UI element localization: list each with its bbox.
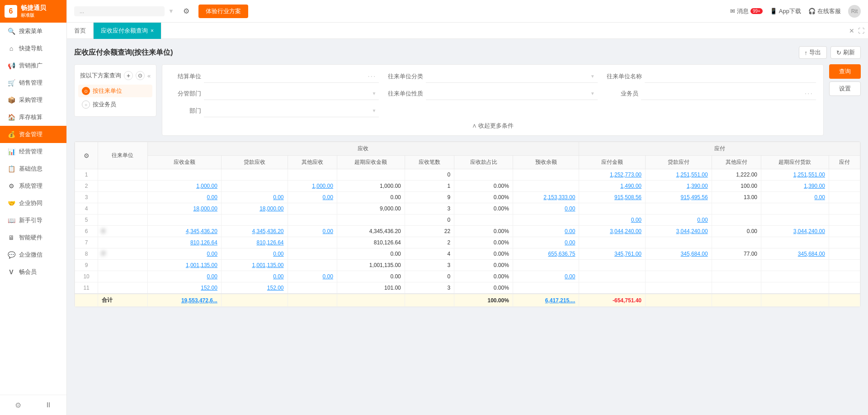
filter-nav-item-salesperson[interactable]: ○ 按业务员 xyxy=(78,98,152,111)
table-cell[interactable] xyxy=(147,169,221,181)
table-cell[interactable] xyxy=(288,260,337,271)
app-download-button[interactable]: 📱 App下载 xyxy=(770,7,801,15)
table-cell[interactable] xyxy=(147,215,221,226)
table-cell[interactable] xyxy=(513,169,579,181)
table-cell[interactable] xyxy=(513,215,579,226)
refresh-button[interactable]: ↻ 刷新 xyxy=(830,46,861,59)
table-cell[interactable] xyxy=(579,203,646,215)
more-conditions-button[interactable]: ∧ 收起更多条件 xyxy=(170,122,816,130)
table-cell[interactable] xyxy=(646,237,712,248)
sidebar-item-inventory[interactable]: 🏠 库存核算 xyxy=(0,109,66,126)
table-cell[interactable]: 0.00 xyxy=(513,203,579,215)
table-cell[interactable] xyxy=(513,282,579,294)
table-cell[interactable]: 1,252,773.00 xyxy=(579,169,646,181)
table-cell[interactable]: 0.00 xyxy=(288,226,337,237)
table-cell[interactable] xyxy=(646,271,712,282)
table-cell[interactable]: 2,153,333.00 xyxy=(513,192,579,203)
table-cell[interactable] xyxy=(579,282,646,294)
table-cell[interactable] xyxy=(579,271,646,282)
table-cell[interactable] xyxy=(646,260,712,271)
table-cell[interactable] xyxy=(761,260,829,271)
table-cell[interactable] xyxy=(288,215,337,226)
table-cell[interactable]: 0.00 xyxy=(761,192,829,203)
table-cell[interactable]: 3,044,240.00 xyxy=(646,226,712,237)
sidebar-item-collaboration[interactable]: 🤝 企业协同 xyxy=(0,195,66,212)
tab-close-all-icon[interactable]: ✕ xyxy=(849,27,854,34)
table-cell[interactable]: 915,495.56 xyxy=(646,192,712,203)
sidebar-item-purchase[interactable]: 📦 采购管理 xyxy=(0,91,66,109)
field-partner-name-input[interactable] xyxy=(645,70,816,83)
table-cell[interactable]: 18,000.00 xyxy=(221,203,288,215)
settings-bottom-btn[interactable]: ⚙ xyxy=(4,399,33,411)
table-cell[interactable] xyxy=(513,181,579,192)
sidebar-item-hardware[interactable]: 🖥 智能硬件 xyxy=(0,229,66,246)
table-cell[interactable]: 1,001,135.00 xyxy=(147,260,221,271)
table-cell[interactable]: 810,126.64 xyxy=(221,237,288,248)
table-cell[interactable] xyxy=(646,203,712,215)
url-bar[interactable]: ... xyxy=(74,6,165,16)
table-cell[interactable] xyxy=(761,271,829,282)
settings-button[interactable]: 设置 xyxy=(829,81,861,96)
tab-home[interactable]: 首页 xyxy=(67,23,94,39)
table-cell[interactable]: 655,636.75 xyxy=(513,248,579,260)
table-cell[interactable]: 0.00 xyxy=(579,215,646,226)
table-cell[interactable] xyxy=(221,169,288,181)
field-dept-incharge-input[interactable]: ▼ xyxy=(204,87,379,100)
table-cell[interactable]: 1,251,551.00 xyxy=(646,169,712,181)
table-cell[interactable]: 0.00 xyxy=(513,271,579,282)
sidebar-item-basicinfo[interactable]: 📋 基础信息 xyxy=(0,160,66,177)
table-cell[interactable]: 4,345,436.20 xyxy=(147,226,221,237)
cta-button[interactable]: 体验行业方案 xyxy=(198,5,248,18)
table-cell[interactable]: 4,345,436.20 xyxy=(221,226,288,237)
online-service-button[interactable]: 🎧 在线客服 xyxy=(808,7,841,15)
filter-collapse-icon[interactable]: « xyxy=(147,72,151,79)
sidebar-item-quicknav[interactable]: ⌂ 快捷导航 xyxy=(0,40,66,57)
table-cell[interactable]: 1,251,551.00 xyxy=(761,169,829,181)
field-salesperson-input[interactable]: ··· xyxy=(641,87,816,100)
query-button[interactable]: 查询 xyxy=(829,64,861,79)
table-cell[interactable] xyxy=(513,260,579,271)
sidebar-item-marketing[interactable]: 📢 营销推广 xyxy=(0,57,66,74)
table-settings-icon[interactable]: ⚙ xyxy=(84,152,90,159)
tab-ar-query[interactable]: 应收应付余额查询 × xyxy=(94,23,161,39)
table-cell[interactable] xyxy=(646,282,712,294)
table-cell[interactable] xyxy=(288,237,337,248)
sidebar-item-system[interactable]: ⚙ 系统管理 xyxy=(0,177,66,195)
table-cell[interactable] xyxy=(579,237,646,248)
table-cell[interactable]: 810,126.64 xyxy=(147,237,221,248)
filter-settings-button[interactable]: ⊙ xyxy=(136,71,145,80)
table-cell[interactable]: 1,000.00 xyxy=(288,181,337,192)
user-avatar[interactable]: Rit xyxy=(848,5,861,18)
table-cell[interactable]: 0.00 xyxy=(147,192,221,203)
table-cell[interactable] xyxy=(761,282,829,294)
tab-maximize-icon[interactable]: ⛶ xyxy=(858,27,864,34)
table-cell[interactable] xyxy=(288,282,337,294)
sidebar-item-operations[interactable]: 📊 经营管理 xyxy=(0,143,66,160)
table-cell[interactable]: 0.00 xyxy=(147,248,221,260)
field-partner-nature-input[interactable]: ▼ xyxy=(426,87,597,100)
table-cell[interactable]: 0.00 xyxy=(513,226,579,237)
table-cell[interactable]: 345,761.00 xyxy=(579,248,646,260)
table-cell[interactable]: 1,001,135.00 xyxy=(221,260,288,271)
table-cell[interactable]: 0.00 xyxy=(288,271,337,282)
table-cell[interactable]: 152.00 xyxy=(221,282,288,294)
table-cell[interactable]: 0.00 xyxy=(646,215,712,226)
table-cell[interactable]: 0.00 xyxy=(513,237,579,248)
table-cell[interactable] xyxy=(761,215,829,226)
table-cell[interactable] xyxy=(761,203,829,215)
table-cell[interactable] xyxy=(288,203,337,215)
sidebar-item-wechat[interactable]: 💬 企业微信 xyxy=(0,246,66,263)
table-cell[interactable]: 0.00 xyxy=(147,271,221,282)
tab-close-icon[interactable]: × xyxy=(151,28,154,34)
table-cell[interactable]: 0.00 xyxy=(221,271,288,282)
table-cell[interactable]: 18,000.00 xyxy=(147,203,221,215)
sidebar-item-search[interactable]: 🔍 搜索菜单 xyxy=(0,23,66,40)
collapse-bottom-btn[interactable]: ⏸ xyxy=(34,399,63,411)
table-cell[interactable]: 3,044,240.00 xyxy=(761,226,829,237)
sidebar-item-guide[interactable]: 📖 新手引导 xyxy=(0,212,66,229)
table-cell[interactable] xyxy=(579,260,646,271)
field-dept-input[interactable]: ▼ xyxy=(204,105,379,117)
sidebar-item-sales[interactable]: 🛒 销售管理 xyxy=(0,74,66,91)
sidebar-item-member[interactable]: V 畅会员 xyxy=(0,263,66,281)
table-cell[interactable]: 915,508.56 xyxy=(579,192,646,203)
